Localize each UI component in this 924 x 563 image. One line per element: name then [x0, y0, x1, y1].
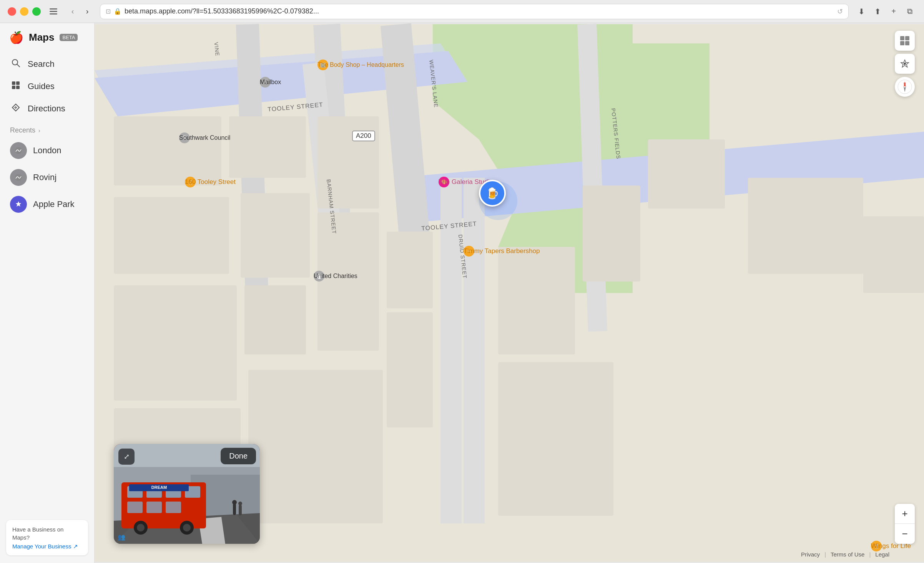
- svg-point-77: [238, 502, 242, 505]
- nav-buttons: ‹ ›: [66, 5, 94, 18]
- svg-rect-66: [146, 502, 162, 513]
- apple-park-label: Apple Park: [33, 199, 75, 209]
- business-footer: Have a Business on Maps? Manage Your Bus…: [6, 520, 88, 555]
- lookaround-image: DREAM ⤢ Done 👥: [114, 444, 260, 544]
- terms-link[interactable]: Terms of Use: [831, 551, 864, 558]
- rovinj-icon: [10, 169, 27, 186]
- svg-rect-26: [114, 116, 221, 185]
- lookaround-people-icon: 👥: [118, 533, 125, 541]
- rovinj-label: Rovinj: [33, 172, 57, 182]
- reload-button[interactable]: ↺: [837, 7, 843, 16]
- sidebar-item-directions[interactable]: Directions: [5, 98, 90, 119]
- download-button[interactable]: ⬇: [855, 5, 868, 18]
- london-icon: [10, 142, 27, 159]
- svg-rect-42: [748, 178, 863, 274]
- road-badge-a200: A200: [352, 131, 375, 141]
- svg-rect-6: [16, 81, 20, 85]
- svg-rect-5: [12, 81, 15, 85]
- svg-rect-29: [114, 197, 229, 274]
- manage-business-link[interactable]: Manage Your Business ↗: [12, 543, 82, 550]
- svg-point-71: [137, 524, 145, 532]
- recent-item-rovinj[interactable]: Rovinj: [5, 164, 90, 190]
- forward-button[interactable]: ›: [81, 5, 94, 18]
- app-title: Maps: [29, 31, 54, 43]
- lookaround-expand-button[interactable]: ⤢: [118, 449, 135, 465]
- svg-text:DREAM: DREAM: [151, 485, 167, 490]
- guides-icon: [10, 81, 22, 92]
- main-content: 🍎 Maps BETA Search: [0, 23, 924, 563]
- location-button[interactable]: [895, 54, 915, 74]
- legal-link[interactable]: Legal: [875, 551, 889, 558]
- recent-item-london[interactable]: London: [5, 137, 90, 164]
- svg-rect-39: [583, 185, 640, 282]
- tabs-button[interactable]: ⧉: [903, 5, 916, 18]
- svg-point-49: [904, 63, 906, 65]
- sidebar: 🍎 Maps BETA Search: [0, 23, 95, 563]
- map-type-button[interactable]: [895, 31, 915, 51]
- maximize-button[interactable]: [32, 7, 41, 16]
- sidebar-toggle-button[interactable]: [47, 7, 60, 17]
- svg-rect-30: [241, 193, 310, 278]
- directions-icon: [10, 103, 22, 114]
- svg-rect-28: [317, 116, 379, 209]
- minimize-button[interactable]: [20, 7, 28, 16]
- map-controls: N: [895, 31, 915, 97]
- url-text: beta.maps.apple.com/?ll=51.5033368319599…: [125, 7, 834, 15]
- zoom-controls: + −: [895, 504, 915, 544]
- address-bar[interactable]: ⊡ 🔒 beta.maps.apple.com/?ll=51.503336831…: [100, 4, 849, 19]
- new-tab-button[interactable]: +: [887, 5, 900, 18]
- close-button[interactable]: [8, 7, 16, 16]
- svg-rect-32: [244, 285, 306, 354]
- svg-rect-41: [648, 139, 725, 209]
- svg-rect-2: [50, 13, 57, 15]
- selected-location-pin[interactable]: 🍺: [479, 180, 506, 207]
- svg-rect-74: [233, 503, 236, 515]
- svg-rect-7: [12, 86, 15, 89]
- svg-point-75: [232, 500, 237, 505]
- svg-rect-76: [239, 505, 242, 515]
- directions-label: Directions: [28, 104, 65, 114]
- privacy-link[interactable]: Privacy: [801, 551, 820, 558]
- svg-rect-1: [50, 11, 57, 12]
- recents-label: Recents: [10, 126, 35, 134]
- back-button[interactable]: ‹: [66, 5, 79, 18]
- svg-rect-38: [498, 247, 575, 354]
- svg-rect-0: [50, 8, 57, 10]
- map-footer: Privacy | Terms of Use | Legal: [801, 551, 889, 558]
- apple-logo-icon: 🍎: [9, 31, 23, 44]
- sidebar-navigation: Search Guides: [0, 53, 94, 120]
- recent-item-apple-park[interactable]: Apple Park: [5, 191, 90, 217]
- svg-rect-33: [317, 212, 379, 351]
- map-container[interactable]: A200 TOOLEY STREET TOOLEY STREET BARNHAM…: [95, 23, 924, 563]
- svg-rect-34: [387, 232, 433, 308]
- share-button[interactable]: ⬆: [871, 5, 884, 18]
- svg-rect-35: [248, 370, 383, 523]
- svg-rect-31: [114, 285, 237, 401]
- guides-label: Guides: [28, 81, 55, 91]
- zoom-out-button[interactable]: −: [895, 524, 915, 544]
- business-prompt: Have a Business on Maps?: [12, 525, 82, 541]
- svg-rect-8: [16, 86, 20, 89]
- recents-header[interactable]: Recents ›: [0, 120, 94, 137]
- svg-rect-46: [905, 36, 909, 40]
- traffic-lights: [8, 7, 41, 16]
- sidebar-item-search[interactable]: Search: [5, 53, 90, 75]
- sidebar-item-guides[interactable]: Guides: [5, 76, 90, 97]
- svg-rect-43: [863, 216, 924, 293]
- compass-button[interactable]: N: [895, 77, 915, 97]
- search-icon: [10, 59, 22, 70]
- zoom-in-button[interactable]: +: [895, 504, 915, 524]
- beta-badge: BETA: [60, 34, 78, 41]
- svg-rect-27: [229, 116, 306, 178]
- lookaround-done-button[interactable]: Done: [221, 448, 256, 464]
- apple-park-icon: [10, 196, 27, 213]
- lookaround-preview[interactable]: DREAM ⤢ Done 👥: [114, 444, 260, 544]
- svg-rect-67: [166, 502, 181, 513]
- svg-rect-65: [127, 502, 143, 513]
- svg-marker-11: [16, 201, 21, 207]
- london-label: London: [33, 146, 61, 156]
- svg-line-4: [17, 64, 20, 67]
- svg-rect-45: [900, 36, 904, 40]
- svg-rect-24: [464, 178, 485, 523]
- svg-rect-23: [440, 178, 462, 523]
